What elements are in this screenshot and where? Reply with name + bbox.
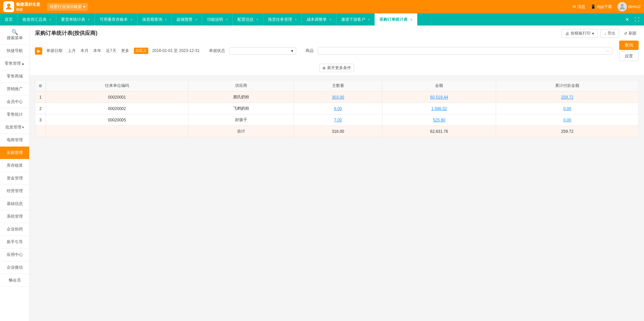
sidebar-item-system[interactable]: 系统管理 [0,210,29,223]
tab-paihuorenwu[interactable]: 拣货任务管理 × [263,13,302,25]
shortcut-7days[interactable]: 近7天 [105,48,118,54]
table-footer-row: 合计 316.00 62,631.76 259.72 [35,126,639,137]
sidebar-item-member[interactable]: 会员中心 [0,96,29,108]
tab-chaochuyujing[interactable]: 超储预警 × [172,13,202,25]
refresh-button[interactable]: ↺ 刷新 [622,29,639,38]
message-btn[interactable]: ✉ 消息 [573,4,585,10]
row2-amount-link[interactable]: 1,586.52 [431,106,447,111]
sidebar-item-operations[interactable]: 经营管理 [0,185,29,198]
sidebar-item-retailstat[interactable]: 零售统计 [0,108,29,121]
close-tab-peizhixinxi-icon[interactable]: × [256,18,258,21]
main-layout: 🔍 搜索菜单 快捷导航 零售管理 ▲ 零售商城 营销推广 会员中心 零售统计 批… [0,25,644,321]
shortcut-more[interactable]: 更多 [120,48,130,54]
tab-chengbentiaoz-label: 成本调整单 [307,17,327,22]
shortcut-this-year[interactable]: 本年 [92,48,103,54]
filter-toggle-btn[interactable]: ▶ [35,47,42,55]
date-range: 2016-01-01 至 2023-12-31 [152,48,200,54]
footer-qty: 316.00 [294,126,382,137]
row2-paid-link[interactable]: 0.00 [564,106,571,111]
filter-bar: ▶ 单据日期 上月 本月 本年 近7天 更多 自定义 2016-01-01 至 … [35,41,639,75]
sidebar-item-marketing[interactable]: 营销推广 [0,83,29,96]
footer-empty2 [46,126,189,137]
tab-shoufakuihui[interactable]: 收发存汇总表 × [18,13,56,25]
status-select[interactable]: ▾ [229,47,296,55]
tab-chaochuyujing-label: 超储预警 [176,17,193,22]
close-tab-keyongliang-icon[interactable]: × [130,18,132,21]
date-label: 单据日期 [46,48,62,54]
shortcut-last-month[interactable]: 上月 [66,48,77,54]
sidebar-item-quicknav[interactable]: 快捷导航 [0,45,29,57]
print-button[interactable]: 🖨 按模板打印 ▾ [561,29,598,38]
export-button[interactable]: ↓ 导出 [600,29,619,38]
sidebar-item-enterprise[interactable]: 企业协同 [0,223,29,236]
sidebar-item-finance[interactable]: 资金管理 [0,172,29,185]
close-tab-gongnengshuo-icon[interactable]: × [226,18,228,21]
close-tab-yaoqingxiayou-icon[interactable]: × [368,18,370,21]
sidebar-system-label: 系统管理 [7,214,23,219]
tab-home[interactable]: 首页 [0,13,18,25]
row1-paid-link[interactable]: 259.72 [561,95,574,100]
close-tab-chaochuyujing-icon[interactable]: × [195,18,197,21]
close-all-tabs-icon[interactable]: ✕ [623,16,631,23]
row3-qty-link[interactable]: 7.00 [334,118,342,122]
user-area[interactable]: demo2 [618,2,641,11]
tab-gongnengshuo-label: 功能说明 [207,17,223,22]
row2-qty-link[interactable]: 6.00 [334,106,342,111]
sidebar-item-newguide[interactable]: 新手引导 [0,236,29,249]
sidebar-item-member2[interactable]: 畅会员 [0,274,29,287]
goods-more-icon: ··· [606,48,609,53]
row3-supplier: 好孩子 [188,114,294,126]
tab-baozhoqixun[interactable]: 保质期查询 × [138,13,172,25]
app-download-btn[interactable]: 📱 App下载 [591,4,612,10]
col-paid-header: 累计付款金额 [496,80,639,92]
sidebar-item-wholesale[interactable]: 批发管理 ▾ [0,121,29,134]
sidebar-item-purchase[interactable]: 采购管理 [0,147,29,159]
settings-button[interactable]: 设置 [619,51,639,61]
expand-more-btn[interactable]: ⊕ 展开更多条件 [319,64,354,72]
sidebar-item-retailshop[interactable]: 零售商城 [0,70,29,83]
sidebar-wholesale-label: 批发管理 [5,124,21,130]
tab-keyongliang[interactable]: 可用量库存账本 × [95,13,138,25]
sidebar-item-search[interactable]: 🔍 搜索菜单 [0,25,29,45]
tab-yaohuodangtj-label: 要货单统计表 [61,17,85,22]
close-tab-caigoudingtj-icon[interactable]: × [410,18,412,21]
query-button[interactable]: 查询 [619,41,639,50]
shortcut-this-month[interactable]: 本月 [79,48,90,54]
sidebar-appcenter-label: 应用中心 [7,252,23,257]
tab-yaohuodangtj[interactable]: 要货单统计表 × [56,13,95,25]
username: demo2 [628,4,641,9]
row1-amount: 60,519.44 [382,92,496,103]
app-title: 畅捷通好生意 [16,2,40,7]
row3-paid-link[interactable]: 0.00 [564,118,571,122]
sidebar-purchase-label: 采购管理 [7,150,23,155]
close-tab-chengbentiaoz-icon[interactable]: × [329,18,331,21]
tab-caigoudingtj[interactable]: 采购订单统计表 × [375,13,417,25]
row3-qty: 7.00 [294,114,382,126]
goods-input[interactable]: ··· [318,47,612,55]
sidebar-item-basic[interactable]: 基础信息 [0,198,29,210]
row1-paid: 259.72 [496,92,639,103]
tab-yaoqingxiayou[interactable]: 邀请下游客户 × [336,13,375,25]
sidebar-item-corpwx[interactable]: 企业微信 [0,261,29,274]
sidebar-item-retail[interactable]: 零售管理 ▲ [0,57,29,70]
custom-tag: 自定义 [134,48,148,54]
table-header-row: ⚙ 往来单位编码 供应商 主数量 金额 累计付款金额 [35,80,639,92]
tab-gongnengshuo[interactable]: 功能说明 × [202,13,233,25]
sidebar-retail-label: 零售管理 [5,61,21,66]
sidebar-item-ecommerce[interactable]: 电商管理 [0,134,29,147]
close-tab-yaohuodangtj-icon[interactable]: × [88,18,90,21]
sidebar-item-appcenter[interactable]: 应用中心 [0,249,29,261]
row1-qty-link[interactable]: 303.00 [332,95,344,100]
gear-icon[interactable]: ⚙ [39,84,42,88]
close-tab-paihuorenwu-icon[interactable]: × [295,18,297,21]
close-tab-baozhoqixun-icon[interactable]: × [165,18,167,21]
row3-amount-link[interactable]: 525.80 [433,118,445,122]
workspace-selector[interactable]: 母婴行业演示账套 ▾ [47,3,88,11]
fullscreen-icon[interactable]: ⛶ [633,16,641,23]
table-row: 2 00020002 飞鹤奶粉 6.00 1,586.52 0.00 [35,103,639,114]
close-tab-shoufakuihui-icon[interactable]: × [49,18,51,21]
row1-amount-link[interactable]: 60,519.44 [430,95,448,100]
tab-peizhixinxi[interactable]: 配置信息 × [233,13,263,25]
sidebar-item-inventory[interactable]: 库存核算 [0,159,29,172]
tab-chengbentiaoz[interactable]: 成本调整单 × [302,13,336,25]
